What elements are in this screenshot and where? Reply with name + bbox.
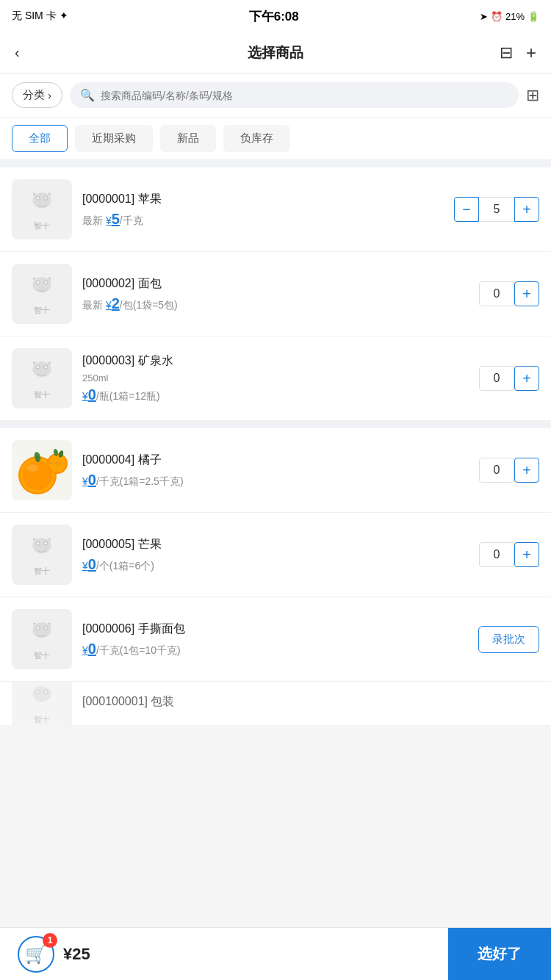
alarm-icon: ⏰	[491, 11, 503, 22]
scan-icon[interactable]: ⊞	[526, 86, 539, 105]
svg-point-0	[32, 192, 51, 208]
quantity-control: +	[479, 458, 539, 483]
svg-point-36	[32, 686, 51, 702]
bottom-bar: 🛒 1 ¥25 选好了	[0, 927, 551, 980]
svg-point-31	[32, 622, 51, 638]
product-info: [0000006] 手撕面包 ¥0/千克(1包=10千克)	[82, 621, 468, 657]
svg-point-14	[45, 366, 47, 368]
product-info: [000100001] 包装	[82, 694, 539, 713]
decrease-button[interactable]: −	[454, 197, 479, 222]
cart-section: 🛒 1 ¥25	[0, 936, 448, 973]
tab-bar: 全部 近期采购 新品 负库存	[0, 118, 551, 160]
section-divider	[0, 421, 551, 428]
svg-point-26	[32, 538, 51, 553]
nav-right: ⊟ +	[500, 43, 536, 63]
product-thumbnail: 智十	[12, 348, 72, 408]
chevron-right-icon: ›	[48, 89, 51, 101]
confirm-button[interactable]: 选好了	[448, 928, 551, 981]
product-name: [0000003] 矿泉水	[82, 353, 469, 369]
product-info: [0000004] 橘子 ¥0/千克(1箱=2.5千克)	[82, 453, 469, 489]
sim-status: 无 SIM 卡 ✦	[12, 10, 68, 23]
page-title: 选择商品	[248, 43, 303, 62]
back-button[interactable]: ‹	[15, 44, 20, 61]
section-divider	[0, 160, 551, 167]
product-thumbnail: 智十	[12, 264, 72, 324]
increase-button[interactable]: +	[514, 542, 539, 567]
product-item: 智十 [0000006] 手撕面包 ¥0/千克(1包=10千克) 录批次	[0, 597, 551, 682]
quantity-control: +	[479, 281, 539, 306]
location-icon: ➤	[480, 11, 488, 22]
battery-level: 21%	[505, 11, 525, 22]
search-input[interactable]	[101, 90, 508, 101]
product-name: [0000001] 苹果	[82, 192, 444, 207]
svg-point-39	[37, 691, 39, 693]
product-price: 最新 ¥2/包(1袋=5包)	[82, 295, 469, 312]
svg-point-29	[37, 542, 39, 544]
product-price: ¥0/个(1箱=6个)	[82, 556, 469, 573]
quantity-input[interactable]	[479, 366, 514, 391]
quantity-input[interactable]	[479, 281, 514, 306]
increase-button[interactable]: +	[514, 366, 539, 391]
svg-point-34	[37, 627, 39, 629]
svg-point-4	[45, 197, 47, 199]
increase-button[interactable]: +	[514, 197, 539, 222]
product-thumbnail: 智十	[12, 609, 72, 669]
product-price: 最新 ¥5/千克	[82, 211, 444, 228]
svg-point-5	[32, 277, 51, 292]
product-item: 智十 [0000003] 矿泉水 250ml ¥0/瓶(1箱=12瓶) +	[0, 336, 551, 421]
svg-point-13	[37, 366, 39, 368]
product-name: [0000005] 芒果	[82, 537, 469, 552]
status-bar: 无 SIM 卡 ✦ 下午6:08 ➤ ⏰ 21% 🔋	[0, 0, 551, 32]
svg-point-30	[45, 542, 47, 544]
quantity-control: +	[479, 366, 539, 391]
product-spec: 250ml	[82, 372, 469, 383]
product-info: [0000005] 芒果 ¥0/个(1箱=6个)	[82, 537, 469, 573]
svg-point-3	[37, 197, 39, 199]
tab-negative-stock[interactable]: 负库存	[223, 125, 290, 152]
product-thumbnail	[12, 440, 72, 500]
tab-all[interactable]: 全部	[12, 125, 68, 152]
product-item: 智十 [0000005] 芒果 ¥0/个(1箱=6个) +	[0, 513, 551, 597]
filter-icon[interactable]: ⊟	[500, 43, 513, 62]
product-info: [0000003] 矿泉水 250ml ¥0/瓶(1箱=12瓶)	[82, 353, 469, 403]
status-left: 无 SIM 卡 ✦	[12, 10, 68, 23]
batch-button[interactable]: 录批次	[478, 626, 539, 653]
product-price: ¥0/千克(1包=10千克)	[82, 641, 468, 657]
cart-button[interactable]: 🛒 1	[18, 936, 54, 973]
search-icon: 🔍	[80, 88, 95, 102]
nav-left: ‹	[15, 44, 20, 61]
product-price: ¥0/千克(1箱=2.5千克)	[82, 472, 469, 489]
svg-point-35	[45, 627, 47, 629]
product-name: [0000006] 手撕面包	[82, 621, 468, 637]
cart-badge: 1	[43, 933, 57, 948]
status-right: ➤ ⏰ 21% 🔋	[480, 11, 539, 22]
product-item-partial: 智十 [000100001] 包装	[0, 682, 551, 726]
nav-bar: ‹ 选择商品 ⊟ +	[0, 32, 551, 73]
product-price: ¥0/瓶(1箱=12瓶)	[82, 386, 469, 403]
tab-new[interactable]: 新品	[160, 125, 216, 152]
product-thumbnail: 智十	[12, 179, 72, 239]
svg-point-40	[45, 691, 47, 693]
category-label: 分类	[23, 88, 45, 102]
add-button[interactable]: +	[526, 43, 536, 63]
increase-button[interactable]: +	[514, 281, 539, 306]
cart-total: ¥25	[63, 945, 90, 964]
increase-button[interactable]: +	[514, 458, 539, 483]
svg-point-10	[32, 361, 51, 377]
category-button[interactable]: 分类 ›	[12, 82, 62, 108]
svg-point-8	[37, 281, 39, 284]
product-item: [0000004] 橘子 ¥0/千克(1箱=2.5千克) +	[0, 428, 551, 513]
quantity-input[interactable]	[479, 542, 514, 567]
quantity-control: +	[479, 542, 539, 567]
svg-point-19	[26, 464, 38, 472]
product-list: 智十 [0000001] 苹果 最新 ¥5/千克 − +	[0, 167, 551, 726]
product-item: 智十 [0000001] 苹果 最新 ¥5/千克 − +	[0, 167, 551, 252]
tab-recent[interactable]: 近期采购	[75, 125, 153, 152]
filter-row: 分类 › 🔍 ⊞	[0, 73, 551, 118]
svg-point-9	[45, 281, 47, 284]
product-info: [0000001] 苹果 最新 ¥5/千克	[82, 192, 444, 228]
product-thumbnail: 智十	[12, 682, 72, 726]
product-name: [0000004] 橘子	[82, 453, 469, 468]
quantity-input[interactable]	[479, 197, 514, 222]
quantity-input[interactable]	[479, 458, 514, 483]
